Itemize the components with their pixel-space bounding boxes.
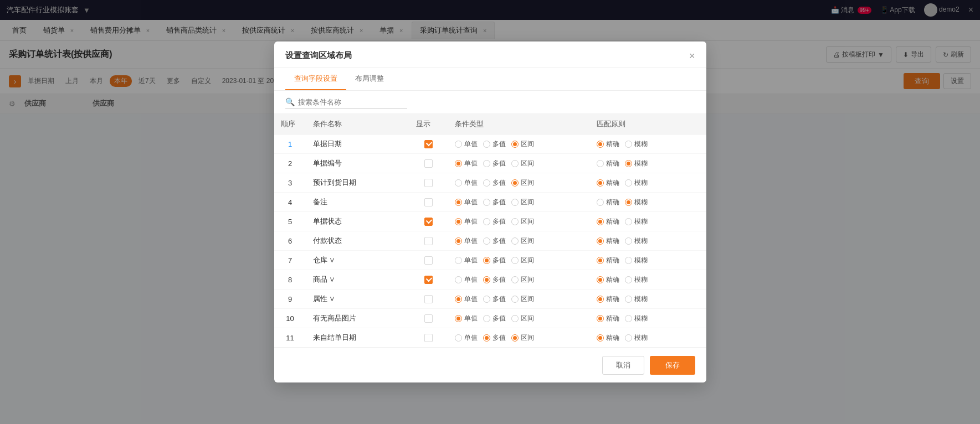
modal-search-area: 🔍 bbox=[274, 91, 706, 113]
tab-query-fields[interactable]: 查询字段设置 bbox=[285, 68, 346, 90]
modal-header: 设置查询区域布局 × bbox=[274, 42, 706, 68]
search-box: 🔍 bbox=[285, 97, 407, 109]
modal-close-button[interactable]: × bbox=[689, 51, 695, 61]
modal-overlay: 设置查询区域布局 × 查询字段设置 布局调整 🔍 bbox=[0, 0, 980, 113]
modal-dialog: 设置查询区域布局 × 查询字段设置 布局调整 🔍 bbox=[274, 42, 706, 113]
modal-tabs: 查询字段设置 布局调整 bbox=[274, 68, 706, 91]
search-input[interactable] bbox=[298, 98, 398, 106]
modal-title: 设置查询区域布局 bbox=[285, 50, 352, 61]
search-icon: 🔍 bbox=[285, 97, 295, 106]
tab-layout[interactable]: 布局调整 bbox=[346, 68, 393, 90]
